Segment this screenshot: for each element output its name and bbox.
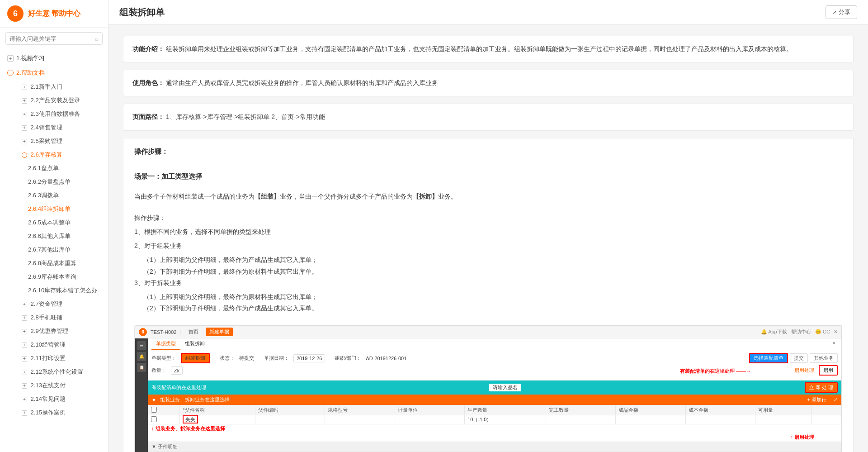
expand-icon: + [22, 315, 27, 321]
cell-spec [325, 415, 395, 424]
mock-action-btn[interactable]: 提交 [790, 353, 808, 363]
cell-avail [755, 415, 812, 424]
screenshot-container: 6 TEST-H002 | 首页 新建单据 🔔 App下载 帮助中心 😊 CC … [134, 325, 842, 452]
sidebar-item-finance[interactable]: + 2.7资金管理 [16, 297, 108, 311]
mock-tab-close[interactable]: ✕ [830, 338, 838, 350]
mock-add-row[interactable]: + 添加行 [807, 396, 826, 403]
sidebar-item-inv-ledger[interactable]: 2.6.9库存账本查询 [24, 270, 108, 284]
sidebar-item-partial-stocktake[interactable]: 2.6.2分量盘点单 [24, 175, 108, 189]
sidebar-item-video[interactable]: + 1.视频学习 [0, 51, 108, 66]
mock-divider: | [180, 329, 181, 335]
mock-qty-label: 数量： [151, 367, 166, 374]
expand-icon: + [7, 55, 14, 62]
mock-status-label: 状态： [220, 355, 235, 362]
mock-banner-search[interactable]: 请输入品名 [489, 384, 521, 391]
cell-row-actions[interactable]: ⋮ [811, 415, 841, 424]
share-button[interactable]: ↗ 分享 [826, 5, 857, 19]
share-label: 分享 [839, 8, 850, 16]
sidebar-item-install[interactable]: + 2.2产品安装及登录 [16, 94, 108, 107]
annotation-enable: ↑ 启用处理 [148, 433, 841, 442]
share-icon: ↗ [832, 9, 837, 15]
intro-label-2: 使用角色： [132, 79, 164, 86]
mock-tab-home[interactable]: 首页 [185, 328, 202, 336]
mock-close-icon[interactable]: ✕ [834, 329, 838, 335]
sidebar-item-coupon[interactable]: + 2.9优惠券管理 [16, 324, 108, 338]
cell-prod-qty: 10（-1.0） [465, 415, 546, 424]
sidebar-item-other-out[interactable]: 2.6.7其他出库单 [24, 243, 108, 257]
sidebar-item-assembly[interactable]: 2.6.4组装拆卸单 [24, 202, 108, 216]
mock-form-area: 单据类型： 组装拆卸 状态： 待提交 单据日期： 2019-12-26 组织/部… [148, 350, 841, 381]
cell-checkbox[interactable] [148, 415, 180, 424]
sidebar-item-docs[interactable]: − 2.帮助文档 [0, 66, 108, 80]
mock-org-value: AD-20191226-001 [366, 356, 406, 361]
step-2-1: （1）上部明细为父件明细，最终作为产成品生成其它入库单； [143, 254, 842, 266]
search-icon[interactable]: ⌕ [95, 35, 99, 42]
col-spec: 规格型号 [325, 405, 395, 415]
sidebar-item-sales[interactable]: + 2.4销售管理 [16, 121, 108, 134]
mock-tab-new[interactable]: 新建单据 [206, 328, 233, 336]
expand-icon: + [22, 98, 27, 104]
mock-body: ☰ 🔔 📋 单据类型 组装拆卸 [135, 338, 841, 452]
mock-qty-value[interactable]: Zk [171, 366, 183, 375]
intro-section-1: 功能介绍： 组装拆卸单用来处理企业组装或拆卸等加工业务，支持有固定装配清单的产品… [123, 36, 854, 62]
col-parent-name: *父件名称 [180, 405, 255, 415]
sidebar-item-cost-recalc[interactable]: 2.6.8商品成本重算 [24, 257, 108, 270]
sidebar-item-newbie[interactable]: + 2.1新手入门 [16, 80, 108, 94]
expand-icon: + [22, 343, 27, 348]
intro-section-2: 使用角色： 通常由生产人员或库管人员完成拆装业务的操作，库管人员确认原材料的出库… [123, 70, 854, 96]
select-all-top[interactable] [151, 407, 157, 413]
sidebar-item-transfer[interactable]: 2.6.3调拨单 [24, 189, 108, 202]
sidebar-item-faq[interactable]: + 2.14常见问题 [16, 392, 108, 406]
mock-app-name: TEST-H002 [151, 329, 176, 335]
search-box[interactable]: ⌕ [5, 32, 103, 45]
mock-more-btn[interactable]: 其他业务 [810, 353, 838, 363]
col-done-qty: 完工数量 [546, 405, 616, 415]
expand-icon: + [22, 125, 27, 131]
col-unit: 计量单位 [395, 405, 465, 415]
mock-tab-other[interactable]: 组装拆卸 [180, 338, 209, 350]
mock-tab-assembly[interactable]: 单据类型 [151, 338, 180, 350]
mock-status-value: 待提交 [239, 355, 254, 362]
sidebar-item-dataprep[interactable]: + 2.3使用前数据准备 [16, 107, 108, 121]
mock-sub-icon: ▼ [151, 444, 156, 449]
sidebar-item-cost-adjust[interactable]: 2.6.5成本调整单 [24, 216, 108, 229]
mock-enable-btn[interactable]: 启用 [819, 365, 838, 376]
nav-sub-inventory: 2.6.1盘点单 2.6.2分量盘点单 2.6.3调拨单 2.6.4组装拆卸单 … [16, 162, 108, 297]
sidebar-item-print[interactable]: + 2.11打印设置 [16, 352, 108, 365]
step-3-1: （1）上部明细为父件明细，最终作为原材料生成其它出库单； [143, 291, 842, 303]
cell-parent-code [255, 415, 325, 424]
annotation-assembly-type: ↑ 组装业务、拆卸业务在这里选择 [148, 424, 841, 433]
mock-expand-icon[interactable]: ⤢ [834, 397, 838, 403]
mock-org-label: 组织/部门： [335, 355, 361, 362]
mock-match-btn[interactable]: 选择装配清单 [749, 353, 788, 363]
mock-sub-header: ▼ 子件明细 [148, 442, 841, 452]
sidebar-item-inv-error[interactable]: 2.6.10库存账本错了怎么办 [24, 284, 108, 297]
sidebar-item-other-in[interactable]: 2.6.6其他入库单 [24, 229, 108, 243]
table-row: 夹夹 10（-1.0） [148, 415, 841, 424]
cell-prod-amount [616, 415, 686, 424]
sidebar-item-stocktake[interactable]: 2.6.1盘点单 [24, 162, 108, 175]
mock-titlebar: 6 TEST-H002 | 首页 新建单据 🔔 App下载 帮助中心 😊 CC … [135, 326, 841, 338]
mock-enable-label: 启用处理 [794, 367, 814, 374]
expand-icon: + [22, 85, 27, 90]
sidebar-item-purchase[interactable]: + 2.5采购管理 [16, 134, 108, 148]
sidebar-item-mobile[interactable]: + 2.8手机旺铺 [16, 311, 108, 324]
logo-brand: 好生意 [28, 10, 50, 17]
mock-date-value[interactable]: 2019-12-26 [293, 354, 325, 362]
sidebar-item-customize[interactable]: + 2.12系统个性化设置 [16, 365, 108, 379]
page-title: 组装拆卸单 [119, 6, 165, 19]
sidebar-item-cases[interactable]: + 2.15操作案例 [16, 406, 108, 419]
cell-cost-amount [685, 415, 755, 424]
intro-text-2: 通常由生产人员或库管人员完成拆装业务的操作，库管人员确认原材料的出库和产成品的入… [166, 79, 438, 86]
search-input[interactable] [9, 35, 95, 42]
mock-banner-confirm[interactable]: 立 即 处 理 [805, 382, 838, 393]
intro-section-3: 页面路径： 1、库存核算->库存管理->组装拆卸单 2、首页->常用功能 [123, 104, 854, 130]
sidebar-item-inventory[interactable]: − 2.6库存核算 [16, 148, 108, 162]
step-2-2: （2）下部明细为子件明细，最终作为原材料生成其它出库单。 [143, 266, 842, 277]
mock-type-value[interactable]: 组装拆卸 [181, 353, 210, 363]
col-parent-code: 父件编码 [255, 405, 325, 415]
mock-banner-text: 有装配清单的在这里处理 [151, 384, 206, 391]
sidebar-item-payment[interactable]: + 2.13在线支付 [16, 379, 108, 392]
sidebar-item-ops[interactable]: + 2.10经营管理 [16, 338, 108, 352]
col-cost-amount: 成本金额 [685, 405, 755, 415]
